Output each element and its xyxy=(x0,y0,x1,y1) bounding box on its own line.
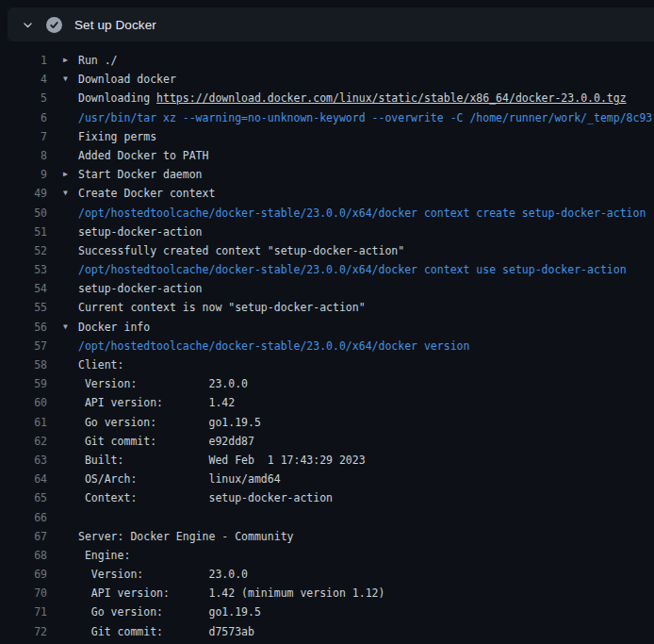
log-line: 67Server: Docker Engine - Community xyxy=(0,527,654,546)
log-text: setup-docker-action xyxy=(78,279,654,298)
triangle-right-icon[interactable]: ▶ xyxy=(47,51,78,70)
log-text: Downloading xyxy=(78,91,156,105)
line-number[interactable]: 57 xyxy=(0,337,47,355)
log-line: 65 Context: setup-docker-action xyxy=(0,488,654,507)
marker-spacer xyxy=(47,223,78,241)
triangle-right-icon[interactable]: ▶ xyxy=(47,165,78,184)
log-text: Built: Wed Feb 1 17:43:29 2023 xyxy=(78,451,654,470)
line-number[interactable]: 63 xyxy=(0,451,47,470)
line-number[interactable]: 9 xyxy=(0,165,47,184)
log-text: Downloading https://download.docker.com/… xyxy=(78,89,654,107)
log-group-line[interactable]: 49▼Create Docker context xyxy=(0,184,654,203)
log-text: Run ./ xyxy=(78,51,654,70)
line-number[interactable]: 58 xyxy=(0,355,47,374)
log-text: Version: 23.0.0 xyxy=(78,565,654,584)
line-number[interactable]: 49 xyxy=(0,184,47,203)
marker-spacer xyxy=(47,204,78,223)
line-number[interactable]: 64 xyxy=(0,470,47,488)
log-text: /opt/hostedtoolcache/docker-stable/23.0.… xyxy=(78,204,654,223)
log-text: Go version: go1.19.5 xyxy=(78,413,654,432)
log-line: 62 Git commit: e92dd87 xyxy=(0,432,654,451)
log-line: 6/usr/bin/tar xz --warning=no-unknown-ke… xyxy=(0,108,654,127)
log-link[interactable]: https://download.docker.com/linux/static… xyxy=(156,91,627,105)
line-number[interactable]: 7 xyxy=(0,127,47,146)
marker-spacer xyxy=(47,337,78,355)
log-line: 60 API version: 1.42 xyxy=(0,393,654,412)
log-line: 8Added Docker to PATH xyxy=(0,146,654,165)
line-number[interactable]: 68 xyxy=(0,546,47,565)
marker-spacer xyxy=(47,298,78,317)
line-number[interactable]: 53 xyxy=(0,260,47,279)
log-text: Docker info xyxy=(78,318,654,337)
line-number[interactable]: 56 xyxy=(0,318,47,337)
log-text: Go version: go1.19.5 xyxy=(78,603,654,621)
line-number[interactable]: 61 xyxy=(0,413,47,432)
line-number[interactable]: 54 xyxy=(0,279,47,298)
line-number[interactable]: 72 xyxy=(0,622,47,641)
marker-spacer xyxy=(47,584,78,603)
marker-spacer xyxy=(47,546,78,565)
marker-spacer xyxy=(47,146,78,165)
log-group-line[interactable]: 56▼Docker info xyxy=(0,318,654,337)
line-number[interactable]: 62 xyxy=(0,432,47,451)
log-text: Added Docker to PATH xyxy=(78,146,654,165)
log-line: 57/opt/hostedtoolcache/docker-stable/23.… xyxy=(0,337,654,355)
triangle-down-icon[interactable]: ▼ xyxy=(47,184,78,203)
log-line: 54setup-docker-action xyxy=(0,279,654,298)
log-text: API version: 1.42 xyxy=(78,393,654,412)
marker-spacer xyxy=(47,432,78,451)
log-text: setup-docker-action xyxy=(78,223,654,241)
line-number[interactable]: 71 xyxy=(0,603,47,621)
success-check-icon xyxy=(46,17,62,33)
line-number[interactable]: 69 xyxy=(0,565,47,584)
log-group-line[interactable]: 4▼Download docker xyxy=(0,70,654,89)
log-text: OS/Arch: linux/amd64 xyxy=(78,470,654,488)
log-text: Download docker xyxy=(78,70,654,89)
line-number[interactable]: 4 xyxy=(0,70,47,89)
marker-spacer xyxy=(47,355,78,374)
line-number[interactable]: 8 xyxy=(0,146,47,165)
line-number[interactable]: 50 xyxy=(0,204,47,223)
log-line: 7Fixing perms xyxy=(0,127,654,146)
line-number[interactable]: 65 xyxy=(0,488,47,507)
marker-spacer xyxy=(47,279,78,298)
log-text: Engine: xyxy=(78,546,654,565)
line-number[interactable]: 66 xyxy=(0,508,47,527)
log-text: Server: Docker Engine - Community xyxy=(78,527,654,546)
log-text: Start Docker daemon xyxy=(78,165,654,184)
log-line: 64 OS/Arch: linux/amd64 xyxy=(0,470,654,488)
line-number[interactable]: 55 xyxy=(0,298,47,317)
chevron-down-icon[interactable] xyxy=(21,18,34,31)
step-header[interactable]: Set up Docker xyxy=(8,8,654,41)
marker-spacer xyxy=(47,393,78,412)
step-title: Set up Docker xyxy=(74,18,156,32)
log-line: 72 Git commit: d7573ab xyxy=(0,622,654,641)
log-line: 53/opt/hostedtoolcache/docker-stable/23.… xyxy=(0,260,654,279)
line-number[interactable]: 52 xyxy=(0,241,47,260)
line-number[interactable]: 1 xyxy=(0,51,47,70)
marker-spacer xyxy=(47,622,78,641)
triangle-down-icon[interactable]: ▼ xyxy=(47,70,78,89)
marker-spacer xyxy=(47,127,78,146)
log-line: 58Client: xyxy=(0,355,654,374)
line-number[interactable]: 70 xyxy=(0,584,47,603)
line-number[interactable]: 67 xyxy=(0,527,47,546)
marker-spacer xyxy=(47,603,78,621)
marker-spacer xyxy=(47,413,78,432)
log-text: /usr/bin/tar xz --warning=no-unknown-key… xyxy=(78,108,654,127)
log-text: Git commit: e92dd87 xyxy=(78,432,654,451)
line-number[interactable]: 5 xyxy=(0,89,47,107)
log-text: /opt/hostedtoolcache/docker-stable/23.0.… xyxy=(78,337,654,355)
line-number[interactable]: 51 xyxy=(0,223,47,241)
marker-spacer xyxy=(47,508,78,527)
line-number[interactable]: 60 xyxy=(0,393,47,412)
log-group-line[interactable]: 1▶Run ./ xyxy=(0,51,654,70)
line-number[interactable]: 59 xyxy=(0,374,47,393)
log-group-line[interactable]: 9▶Start Docker daemon xyxy=(0,165,654,184)
marker-spacer xyxy=(47,470,78,488)
log-text xyxy=(78,508,654,527)
line-number[interactable]: 6 xyxy=(0,108,47,127)
log-text: Client: xyxy=(78,355,654,374)
triangle-down-icon[interactable]: ▼ xyxy=(47,318,78,337)
log-text: Fixing perms xyxy=(78,127,654,146)
